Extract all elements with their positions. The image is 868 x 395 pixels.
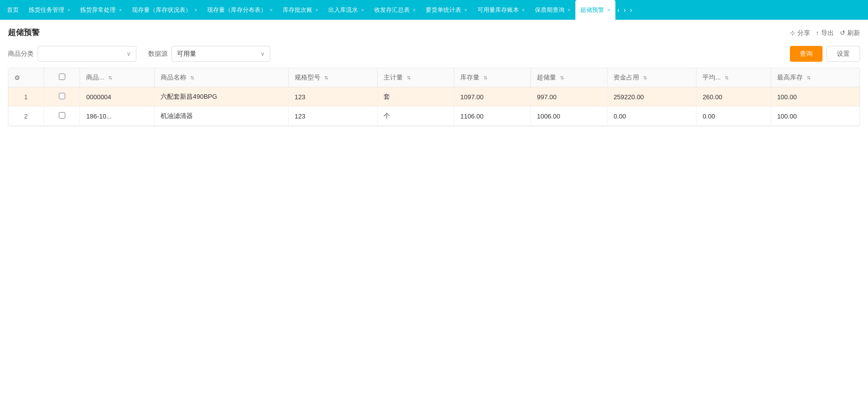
nav-tab-task-mgmt[interactable]: 拣货任务管理 ×	[24, 0, 75, 20]
table-row: 1 0000004 六配套新昌490BPG 123 套 1097.00 997.…	[8, 87, 860, 107]
sort-icon: ⇅	[483, 75, 487, 80]
row-num: 1	[8, 87, 43, 107]
close-icon[interactable]: ×	[119, 7, 122, 13]
refresh-label: 刷新	[847, 29, 860, 38]
nav-tab-abnormal[interactable]: 拣货异常处理 ×	[75, 0, 127, 20]
export-label: 导出	[821, 29, 834, 38]
nav-tab-overstock-warn[interactable]: 超储预警 ×	[575, 0, 615, 20]
cell-spec: 123	[289, 107, 378, 126]
close-icon[interactable]: ×	[361, 7, 364, 13]
nav-arrow-more[interactable]: ›	[628, 6, 634, 14]
col-overstock-qty[interactable]: 超储量 ⇅	[531, 68, 608, 87]
category-label: 商品分类	[8, 49, 34, 58]
row-checkbox[interactable]	[59, 112, 65, 118]
cell-stock-qty: 1097.00	[454, 87, 531, 107]
sort-icon: ⇅	[190, 75, 194, 80]
cell-avg: 0.00	[696, 107, 771, 126]
nav-arrow-left[interactable]: ‹	[615, 6, 622, 14]
close-icon[interactable]: ×	[315, 7, 318, 13]
refresh-button[interactable]: ↺ 刷新	[840, 29, 860, 38]
close-icon[interactable]: ×	[567, 7, 570, 13]
cell-product-name: 六配套新昌490BPG	[155, 87, 289, 107]
sort-icon: ⇅	[725, 75, 729, 80]
export-button[interactable]: ↑ 导出	[816, 29, 834, 38]
nav-tab-inout-flow[interactable]: 出入库流水 ×	[323, 0, 369, 20]
row-num: 2	[8, 107, 43, 126]
col-unit[interactable]: 主计量 ⇅	[378, 68, 454, 87]
close-icon[interactable]: ×	[67, 7, 70, 13]
close-icon[interactable]: ×	[522, 7, 525, 13]
col-stock-qty-label: 库存量	[460, 74, 479, 81]
cell-capital-occupy: 259220.00	[608, 87, 696, 107]
select-all-checkbox[interactable]	[59, 74, 65, 80]
nav-arrow-right[interactable]: ›	[621, 6, 628, 14]
cell-overstock-qty: 1006.00	[531, 107, 608, 126]
col-max-stock[interactable]: 最高库存 ⇅	[771, 68, 860, 87]
nav-tab-order-stats[interactable]: 要货单统计表 ×	[421, 0, 472, 20]
cell-max-stock: 100.00	[771, 87, 860, 107]
data-table: ⚙ 商品... ⇅ 商品名称 ⇅ 规格型号 ⇅	[8, 68, 860, 126]
top-navigation: 首页 拣货任务管理 × 拣货异常处理 × 现存量（库存状况表） × 现存量（库存…	[0, 0, 868, 20]
filter-buttons: 查询 设置	[790, 46, 860, 62]
datasource-label: 数据源	[148, 49, 168, 58]
chevron-down-icon: ∨	[127, 50, 131, 57]
close-icon[interactable]: ×	[194, 7, 197, 13]
col-product-name[interactable]: 商品名称 ⇅	[155, 68, 289, 87]
sort-icon: ⇅	[643, 75, 647, 80]
col-max-stock-label: 最高库存	[777, 74, 803, 81]
row-checkbox-cell	[43, 107, 80, 126]
filter-row: 商品分类 ∨ 数据源 可用量 ∨ 查询 设置	[8, 46, 860, 62]
nav-tab-receive-summary[interactable]: 收发存汇总表 ×	[369, 0, 421, 20]
gear-icon[interactable]: ⚙	[14, 74, 20, 81]
page-header: 超储预警 ⊹ 分享 ↑ 导出 ↺ 刷新	[8, 28, 860, 38]
cell-max-stock: 100.00	[771, 107, 860, 126]
nav-tab-label: 拣货异常处理	[80, 6, 116, 14]
cell-unit: 个	[378, 107, 454, 126]
page-container: 超储预警 ⊹ 分享 ↑ 导出 ↺ 刷新 商品分类 ∨ 数据源	[0, 20, 868, 395]
nav-tab-label: 现存量（库存状况表）	[132, 6, 191, 14]
close-icon[interactable]: ×	[413, 7, 416, 13]
header-actions: ⊹ 分享 ↑ 导出 ↺ 刷新	[790, 29, 861, 38]
nav-tab-available-account[interactable]: 可用量库存账本 ×	[473, 0, 530, 20]
nav-tab-stock-dist[interactable]: 现存量（库存分布表） ×	[202, 0, 277, 20]
category-select[interactable]: ∨	[38, 46, 136, 62]
col-stock-qty[interactable]: 库存量 ⇅	[454, 68, 531, 87]
settings-button[interactable]: 设置	[826, 46, 860, 62]
nav-home[interactable]: 首页	[2, 6, 24, 14]
col-capital-occupy[interactable]: 资金占用 ⇅	[608, 68, 696, 87]
cell-capital-occupy: 0.00	[608, 107, 696, 126]
cell-product-code: 0000004	[80, 87, 155, 107]
table-row: 2 186-10... 机油滤清器 123 个 1106.00 1006.00 …	[8, 107, 860, 126]
col-overstock-qty-label: 超储量	[537, 74, 556, 81]
datasource-select[interactable]: 可用量 ∨	[172, 46, 270, 62]
nav-tab-label: 出入库流水	[328, 6, 358, 14]
nav-tab-batch-account[interactable]: 库存批次账 ×	[278, 0, 323, 20]
nav-tab-label: 库存批次账	[283, 6, 312, 14]
col-avg[interactable]: 平均... ⇅	[696, 68, 771, 87]
close-icon[interactable]: ×	[464, 7, 467, 13]
col-checkbox	[43, 68, 80, 87]
share-button[interactable]: ⊹ 分享	[790, 29, 810, 38]
cell-avg: 260.00	[696, 87, 771, 107]
row-checkbox[interactable]	[59, 93, 65, 99]
nav-tab-label: 超储预警	[580, 6, 604, 14]
nav-tab-label: 拣货任务管理	[29, 6, 64, 14]
sort-icon: ⇅	[407, 75, 411, 80]
sort-icon: ⇅	[807, 75, 811, 80]
table-header-row: ⚙ 商品... ⇅ 商品名称 ⇅ 规格型号 ⇅	[8, 68, 860, 87]
col-product-code[interactable]: 商品... ⇅	[80, 68, 155, 87]
nav-tab-expiry-query[interactable]: 保质期查询 ×	[530, 0, 575, 20]
col-unit-label: 主计量	[384, 74, 403, 81]
col-settings: ⚙	[8, 68, 43, 87]
nav-tab-label: 保质期查询	[535, 6, 564, 14]
close-icon[interactable]: ×	[607, 7, 610, 13]
query-button[interactable]: 查询	[790, 46, 823, 62]
col-spec[interactable]: 规格型号 ⇅	[289, 68, 378, 87]
nav-tab-stock-status[interactable]: 现存量（库存状况表） ×	[127, 0, 202, 20]
sort-icon: ⇅	[108, 75, 112, 80]
cell-spec: 123	[289, 87, 378, 107]
close-icon[interactable]: ×	[269, 7, 272, 13]
category-filter-group: 商品分类 ∨	[8, 46, 136, 62]
cell-unit: 套	[378, 87, 454, 107]
share-icon: ⊹	[790, 29, 795, 37]
